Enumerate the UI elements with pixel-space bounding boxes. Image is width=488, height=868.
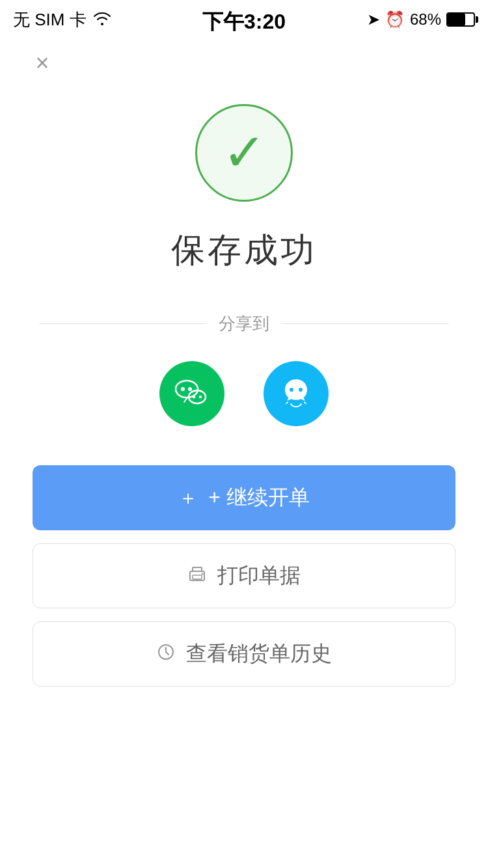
main-content: ✓ 保存成功 分享到 <box>0 39 488 686</box>
share-section: 分享到 <box>0 312 488 426</box>
print-button[interactable]: 打印单据 <box>33 543 455 608</box>
location-icon: ➤ <box>367 10 380 29</box>
svg-point-7 <box>299 388 303 392</box>
time-display: 下午3:20 <box>202 8 286 36</box>
qq-icon <box>278 375 314 412</box>
wechat-icon <box>172 374 211 413</box>
svg-point-1 <box>181 387 185 391</box>
plus-icon: ＋ <box>178 485 198 511</box>
battery-percentage: 68% <box>410 10 441 29</box>
buttons-section: ＋ + 继续开单 打印单据 查看销货单历 <box>0 465 488 686</box>
battery-icon <box>446 12 475 27</box>
close-button[interactable]: × <box>26 47 59 79</box>
divider-left <box>39 323 206 324</box>
svg-point-2 <box>188 387 192 391</box>
history-label: 查看销货单历史 <box>186 640 332 668</box>
alarm-icon: ⏰ <box>385 10 405 29</box>
svg-rect-9 <box>193 575 202 579</box>
continue-label: + 继续开单 <box>208 483 310 512</box>
checkmark-icon: ✓ <box>223 127 266 179</box>
svg-point-4 <box>193 396 195 398</box>
svg-point-10 <box>202 573 204 575</box>
status-right: ➤ ⏰ 68% <box>367 10 475 29</box>
status-bar: 无 SIM 卡 下午3:20 ➤ ⏰ 68% <box>0 0 488 39</box>
share-icons <box>159 361 329 426</box>
divider-right <box>282 323 449 324</box>
svg-point-0 <box>176 381 198 398</box>
share-label: 分享到 <box>206 312 282 335</box>
svg-point-5 <box>199 396 202 398</box>
status-left: 无 SIM 卡 <box>13 8 111 31</box>
battery-fill <box>448 14 465 25</box>
wechat-share-button[interactable] <box>159 361 224 426</box>
printer-icon <box>187 565 207 588</box>
qq-share-button[interactable] <box>264 361 329 426</box>
print-label: 打印单据 <box>217 562 301 590</box>
continue-button[interactable]: ＋ + 继续开单 <box>33 465 455 530</box>
svg-point-6 <box>290 388 293 392</box>
close-icon: × <box>35 51 49 75</box>
no-sim-label: 无 SIM 卡 <box>13 8 87 31</box>
history-icon <box>156 642 176 666</box>
success-title: 保存成功 <box>171 228 317 273</box>
history-button[interactable]: 查看销货单历史 <box>33 621 455 686</box>
success-circle: ✓ <box>195 104 293 202</box>
share-divider: 分享到 <box>0 312 488 335</box>
wifi-icon <box>93 10 111 30</box>
